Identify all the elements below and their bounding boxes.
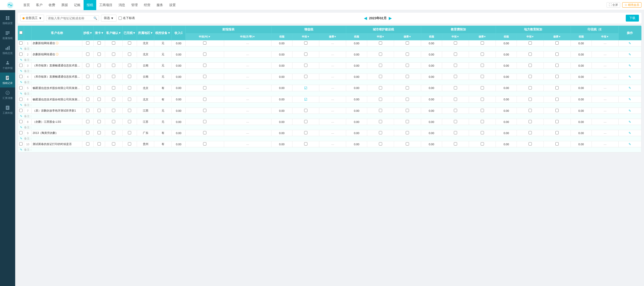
sidebar-item-tax-settings[interactable]: 报税设置 [0,13,15,28]
search-icon[interactable]: 🔍 [93,16,97,20]
edit-button-5[interactable]: ✎ [629,86,631,90]
row-index: 2 [24,51,32,58]
row-index: 1 [24,40,32,46]
nav-management[interactable]: 管理 [128,0,141,10]
remark-edit-icon[interactable]: ✎ [20,92,22,95]
sidebar-item-personal-tax[interactable]: 个税申报 [0,58,15,73]
nav-home[interactable]: 首页 [20,0,33,10]
named-checkbox[interactable] [119,16,122,20]
clear-card-cell [93,51,105,58]
row-checkbox-9[interactable] [19,131,23,134]
row-checkbox-8[interactable] [19,120,23,123]
remark-edit-icon[interactable]: ✎ [20,137,22,140]
edu-declare-cell [442,108,469,114]
edit-button-10[interactable]: ✎ [629,142,631,146]
remark-edit-icon[interactable]: ✎ [20,148,22,151]
paid-tax-cell [122,74,137,80]
urban-pay-cell [394,141,421,147]
sidebar-item-tax-overview[interactable]: 报税总览 [0,43,15,58]
edit-button-9[interactable]: ✎ [629,131,631,135]
tax-device-cell: 有 [154,130,172,136]
nav-customer[interactable]: 客户 [33,0,46,10]
remark-edit-icon[interactable]: ✎ [20,69,22,73]
row-checkbox-1[interactable] [19,41,23,45]
sidebar-item-tax-record[interactable]: 报税记录 [0,73,15,87]
nav-tax[interactable]: 报税 [84,0,96,10]
svg-rect-5 [6,18,7,20]
clear-card-cell [93,108,105,114]
tax-device-cell: 元 [154,108,172,114]
nav-accounting[interactable]: 记账 [71,0,84,10]
row-checkbox-6[interactable] [19,98,23,101]
warn-icon: ⓘ [81,86,82,90]
nav-message[interactable]: 消息 [115,0,128,10]
nav-operation[interactable]: 经营 [141,0,153,10]
local-edu-declare-cell [517,51,544,58]
edit-button-6[interactable]: ✎ [629,98,631,101]
search-input[interactable] [48,16,93,20]
fin-month-cell: — [224,74,271,80]
download-button[interactable]: 下载 [626,15,639,22]
remark-edit-icon[interactable]: ✎ [20,81,22,84]
vip-button[interactable]: ☆ 稻壳会员 [622,2,641,8]
remark-edit-icon[interactable]: ✎ [20,115,22,118]
edit-button-2[interactable]: ✎ [629,53,631,56]
row-checkbox-5[interactable] [19,86,23,90]
vat-amount-cell: 0.00 [271,40,292,46]
remark-edit-icon[interactable]: ✎ [20,47,22,50]
remark-edit-icon[interactable]: ✎ [20,58,22,61]
nav-business[interactable]: 工商项目 [96,0,115,10]
edit-button-7[interactable]: ✎ [629,109,631,113]
row-checkbox-4[interactable] [19,75,23,78]
remark-row: ✎ 备注： [18,80,641,85]
edit-button-8[interactable]: ✎ [629,120,631,124]
row-checkbox-3[interactable] [19,64,23,67]
edu-declare-cell [442,141,469,147]
urban-amount-cell: 0.00 [346,85,367,91]
vat-amount-cell: 0.00 [271,51,292,58]
edit-button-4[interactable]: ✎ [629,75,631,79]
remark-cell: ✎ 备注： [18,69,641,74]
edu-amount-cell: 0.00 [421,119,442,125]
th-edu-pay: 缴费▼ [469,33,496,40]
th-edu-declare: 申报▼ [442,33,469,40]
edu-amount-cell: 0.00 [421,96,442,103]
vat-amount-cell: 0.00 [271,108,292,114]
row-index: 4 [24,74,32,80]
edit-button-3[interactable]: ✎ [629,64,631,67]
th-stamp-tax: 印花税（E [571,26,618,33]
urban-pay-cell [394,130,421,136]
row-select-checkbox-cell [18,119,24,125]
svg-rect-15 [7,77,9,77]
remark-text: 备注： [24,115,32,118]
select-all-checkbox[interactable] [19,31,23,34]
employee-filter-select[interactable]: 全部员工 ▼ [20,15,44,22]
stamp-amount-cell: 0.00 [571,119,592,125]
warn-icon: ⓘ [56,42,58,45]
sidebar-item-batch-tax[interactable]: 批量报税 [0,28,15,43]
remark-edit-icon[interactable]: ✎ [20,103,22,106]
nav-settings[interactable]: 设置 [166,0,179,10]
fullscreen-button[interactable]: ⛶ 全屏 [607,2,620,8]
clear-card-cell [93,40,105,46]
nav-service[interactable]: 服务 [153,0,166,10]
filter-button[interactable]: 筛选 ▼ [101,15,116,22]
row-index: 9 [24,130,32,136]
remark-text: 备注： [24,148,32,151]
nav-invoice[interactable]: 票据 [58,0,71,10]
checkbox-named-label[interactable]: 名下标表 [119,16,135,20]
row-checkbox-10[interactable] [19,142,23,146]
th-financial-month: 申报(月/季)▼ [224,33,271,40]
sidebar-item-settlement[interactable]: 汇算清缴 [0,87,15,102]
current-date: 2023年02月 [369,16,386,21]
sidebar-item-annual-report[interactable]: 工商年报 [0,102,15,117]
stamp-amount-cell: 0.00 [571,130,592,136]
urban-amount-cell: 0.00 [346,51,367,58]
row-checkbox-7[interactable] [19,109,23,112]
remark-edit-icon[interactable]: ✎ [20,126,22,129]
prev-month-button[interactable]: ◀ [364,16,367,21]
nav-billing[interactable]: 收费 [46,0,58,10]
next-month-button[interactable]: ▶ [389,16,392,21]
edit-button-1[interactable]: ✎ [629,42,631,45]
row-checkbox-2[interactable] [19,52,23,56]
